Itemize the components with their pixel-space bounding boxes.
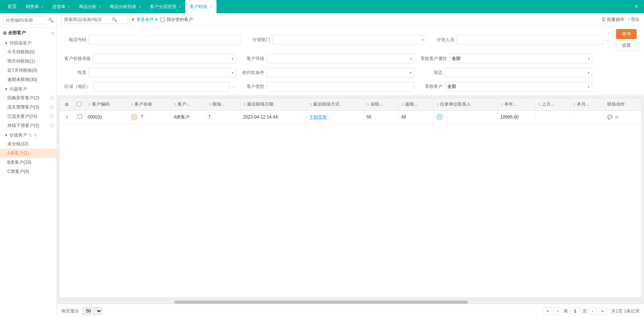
filter-search-input[interactable] xyxy=(64,17,112,22)
sidebar-item-churn-warning[interactable]: 流失预警客户(3) ⓘ xyxy=(0,103,57,112)
sort-type-icon: ⇅ xyxy=(173,102,176,106)
first-page-btn[interactable]: « xyxy=(543,307,552,315)
pending-contact-group[interactable]: ▼ 待联络客户 xyxy=(0,38,57,47)
customer-type-label: 客户类型 xyxy=(242,84,264,90)
col-current-month[interactable]: ⇅本月... xyxy=(570,98,605,111)
col-contact-count[interactable]: ⇅联络... xyxy=(206,98,240,111)
sidebar-item-class-b[interactable]: B类客户(33) xyxy=(0,158,57,167)
sidebar-item-churned[interactable]: 已流失客户(24) ⓘ xyxy=(0,112,57,121)
price-level-select[interactable]: ▾ xyxy=(93,54,236,63)
filter-retail-attr: 零散客户属性 全部 ▾ xyxy=(418,53,595,64)
col-contact-person[interactable]: ⇅往来单位联系人 xyxy=(433,98,498,111)
close-customer-segment-tab[interactable]: × xyxy=(179,4,181,9)
dept-select[interactable]: ▾ xyxy=(272,35,426,45)
tab-goods-analysis[interactable]: 商品分析 × xyxy=(75,0,105,13)
problem-customers-group[interactable]: ▼ 问题客户 xyxy=(0,84,57,93)
close-goods-analysis-tab[interactable]: × xyxy=(99,4,101,9)
row-last-contact-method[interactable]: 下销货单 xyxy=(307,111,364,124)
filter-retail-customer: 零散客户 全部 ▾ xyxy=(418,81,595,92)
customer-level-label: 客户等级 xyxy=(242,56,264,62)
export-icon: ↑ xyxy=(627,17,630,22)
nature-select[interactable]: ▾ xyxy=(89,68,236,77)
tab-goods-analysis-list[interactable]: 商品分析列表 × xyxy=(105,0,145,13)
horizontal-scrollbar[interactable] xyxy=(57,300,644,304)
close-customer-contact-tab[interactable]: × xyxy=(210,4,212,9)
retail-customer-select[interactable]: 全部 ▾ xyxy=(445,82,592,91)
sidebar-search-input[interactable] xyxy=(3,16,47,24)
contact-method-link[interactable]: 下销货单 xyxy=(309,114,327,120)
select-all-checkbox[interactable] xyxy=(77,102,82,106)
my-customers-checkbox[interactable] xyxy=(160,17,165,22)
all-customers-header[interactable]: ⊞ 全部客户 « xyxy=(0,28,57,38)
comment-icon[interactable]: 💬 xyxy=(607,114,613,120)
phone-input[interactable] xyxy=(89,35,242,45)
region-input[interactable] xyxy=(93,82,230,91)
scrollbar-thumb[interactable] xyxy=(174,301,468,304)
col-name[interactable]: ⇅客户名称 xyxy=(128,98,171,111)
tab-purchase[interactable]: 进货单 × xyxy=(48,0,74,13)
page-navigation: « ‹ 第 页 › » 共1页 1条记录 xyxy=(543,307,640,315)
sidebar-item-today[interactable]: 今天待联络(0) xyxy=(0,47,57,57)
manager-input[interactable] xyxy=(457,35,604,45)
sidebar-item-declining[interactable]: 持续下滑客户(2) ⓘ xyxy=(0,121,57,130)
sidebar: 🔍 ⊞ 全部客户 « ▼ 待联络客户 今天待联络(0) 明天待联络(1) 近7天… xyxy=(0,13,57,318)
manager-more-btn[interactable]: ··· xyxy=(605,37,610,43)
col-last-contact-method[interactable]: ⇅最后联络方式 xyxy=(307,98,364,111)
refresh-value-icon[interactable]: ↻ xyxy=(29,133,32,138)
sidebar-item-7days[interactable]: 近7天待联络(0) xyxy=(0,66,57,75)
more-conditions-btn[interactable]: ▼ 更多条件 ▾ xyxy=(130,17,157,23)
value-customers-group[interactable]: ▼ 价值客户 ↻ ✎ xyxy=(0,130,57,139)
row-checkbox-cell[interactable] xyxy=(74,111,85,124)
sidebar-collapse-btn[interactable]: « xyxy=(51,31,54,35)
filter-price-level: 客户价格等级 ▾ xyxy=(61,53,239,64)
last-page-btn[interactable]: » xyxy=(598,307,607,315)
col-no-contact[interactable]: ⇅未联... xyxy=(364,98,399,111)
gear-column-header[interactable]: ⚙ xyxy=(60,98,74,111)
sidebar-item-class-a[interactable]: A类客户(1) xyxy=(0,149,57,158)
tab-sales[interactable]: 销售单 × xyxy=(21,0,48,13)
sidebar-item-class-c[interactable]: C类客户(6) xyxy=(0,167,57,176)
filter-search-icon[interactable]: 🔍 xyxy=(112,17,117,22)
next-page-btn[interactable]: › xyxy=(588,307,597,315)
status-select[interactable]: ▾ xyxy=(445,68,592,77)
home-tab[interactable]: 首页 xyxy=(3,0,21,13)
col-current-year[interactable]: ⇅本年... xyxy=(498,98,535,111)
per-page-select[interactable]: 50 100 200 xyxy=(82,307,102,315)
tab-customer-segment[interactable]: 客户分层经营 × xyxy=(146,0,185,13)
row-checkbox[interactable] xyxy=(78,114,82,119)
export-btn[interactable]: ↑ 导出 xyxy=(627,17,640,23)
retail-customer-chevron: ▾ xyxy=(588,85,590,89)
more-action-icon[interactable]: ⊞ xyxy=(615,114,619,120)
sidebar-item-ungrouped[interactable]: 未分组(32) xyxy=(0,139,57,149)
setting-button[interactable]: 设置 xyxy=(616,40,637,50)
filter-customer-level: 客户等级 ▾ xyxy=(239,53,417,64)
payment-label: 收付款条件 xyxy=(242,70,264,76)
prev-page-btn[interactable]: ‹ xyxy=(554,307,562,315)
customer-type-input[interactable] xyxy=(266,82,414,91)
close-purchase-tab[interactable]: × xyxy=(68,4,70,9)
sidebar-search-icon[interactable]: 🔍 xyxy=(48,18,54,23)
sidebar-item-tomorrow[interactable]: 明天待联络(1) xyxy=(0,57,57,66)
col-last-month[interactable]: ⇅上月... xyxy=(536,98,570,111)
page-input[interactable] xyxy=(569,307,581,315)
close-sales-tab[interactable]: × xyxy=(41,4,43,9)
sidebar-item-repurchase-anomaly[interactable]: 回购异常客户(2) ⓘ xyxy=(0,93,57,103)
close-goods-analysis-list-tab[interactable]: × xyxy=(139,4,141,9)
tab-customer-contact[interactable]: 客户联络 × xyxy=(185,0,216,13)
table-header-row: ⚙ ⇅客户编码 ⇅客户名称 ⇅客户... ⇅联络... ⇅最后联络日期 ⇅最后联… xyxy=(60,98,641,111)
close-all-btn[interactable]: × xyxy=(632,3,641,10)
batch-op-btn[interactable]: ☰ 批量操作 xyxy=(602,17,625,23)
col-last-contact-date[interactable]: ⇅最后联络日期 xyxy=(240,98,307,111)
region-more-btn[interactable]: ··· xyxy=(232,84,236,89)
edit-value-icon[interactable]: ✎ xyxy=(34,133,37,138)
query-button[interactable]: 查询 xyxy=(616,29,637,39)
retail-attr-select[interactable]: 全部 ▾ xyxy=(449,54,592,63)
customer-level-select[interactable]: ▾ xyxy=(266,54,414,63)
col-type[interactable]: ⇅客户... xyxy=(171,98,206,111)
checkbox-column-header[interactable] xyxy=(74,98,85,111)
payment-select[interactable]: ▾ xyxy=(266,68,414,77)
col-overdue[interactable]: ⇅逾期... xyxy=(399,98,433,111)
retail-attr-chevron: ▾ xyxy=(588,57,590,61)
sidebar-item-overdue[interactable]: 逾期未联络(30) xyxy=(0,75,57,84)
col-code[interactable]: ⇅客户编码 xyxy=(85,98,128,111)
